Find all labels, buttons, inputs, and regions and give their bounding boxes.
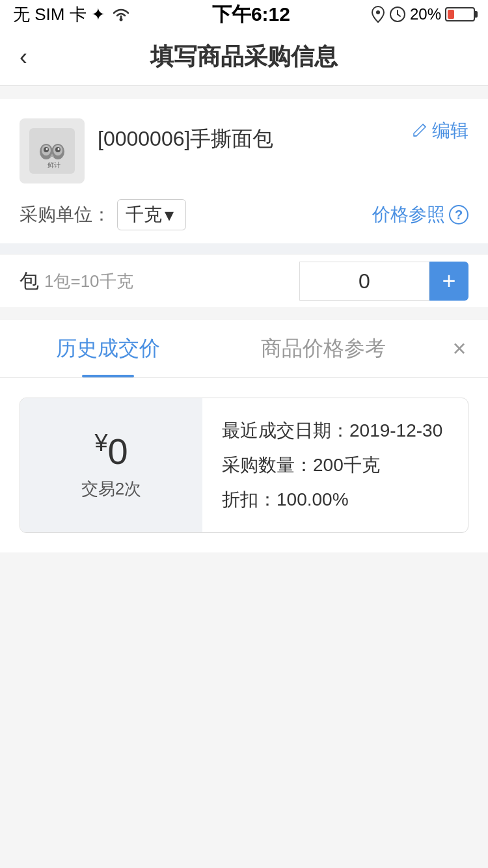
- latest-date-row: 最近成交日期：2019-12-30: [222, 418, 448, 443]
- tabs-header: 历史成交价 商品价格参考 ×: [0, 320, 488, 378]
- price-ref-label: 价格参照: [372, 202, 445, 227]
- tab-price-ref[interactable]: 商品价格参考: [215, 320, 431, 377]
- qty-unit-hint: 1包=10千克: [44, 270, 299, 293]
- edit-icon: [411, 122, 429, 140]
- divider-1: [0, 243, 488, 254]
- history-card: ¥0 交易2次 最近成交日期：2019-12-30 采购数量：200千克 折扣：…: [20, 398, 468, 533]
- svg-point-0: [119, 18, 122, 21]
- latest-date-value: 2019-12-30: [349, 420, 442, 441]
- qty-plus-button[interactable]: +: [429, 262, 468, 301]
- qty-label: 采购数量：: [222, 455, 313, 475]
- price-value: 0: [107, 431, 128, 472]
- battery-percent: 20%: [410, 5, 441, 23]
- tabs-section: 历史成交价 商品价格参考 × ¥0 交易2次 最近成交日期：2019-12-30…: [0, 320, 488, 552]
- info-icon: ?: [449, 205, 468, 224]
- nav-bar: ‹ 填写商品采购信息: [0, 29, 488, 86]
- wifi-icon: [111, 7, 131, 21]
- history-price-section: ¥0 交易2次: [20, 398, 202, 532]
- tab-history-label: 历史成交价: [56, 334, 160, 363]
- edit-button[interactable]: 编辑: [411, 118, 468, 143]
- dropdown-arrow: ▾: [165, 204, 174, 226]
- product-unit-row: 采购单位： 千克 ▾ 价格参照 ?: [20, 199, 468, 230]
- svg-point-12: [46, 148, 48, 150]
- battery-icon: [445, 7, 475, 21]
- product-header: 鲜计 [0000006]手撕面包 编辑: [20, 118, 468, 183]
- status-time: 下午6:12: [212, 1, 290, 28]
- svg-line-4: [398, 14, 400, 16]
- qty-unit-label: 包: [20, 268, 39, 295]
- history-price: ¥0: [94, 429, 128, 472]
- discount-row: 折扣：100.00%: [222, 487, 448, 512]
- discount-label: 折扣：: [222, 489, 277, 509]
- product-logo: 鲜计: [29, 128, 75, 174]
- qty-row: 采购数量：200千克: [222, 452, 448, 478]
- tab-close-button[interactable]: ×: [431, 320, 488, 377]
- svg-text:鲜计: 鲜计: [47, 161, 61, 169]
- qty-input[interactable]: [299, 262, 429, 301]
- history-trades: 交易2次: [81, 478, 141, 500]
- status-left: 无 SIM 卡 ✦: [13, 3, 131, 26]
- qty-input-area: +: [299, 262, 468, 301]
- product-thumbnail: 鲜计: [20, 118, 85, 183]
- unit-select[interactable]: 千克 ▾: [117, 199, 186, 230]
- price-symbol: ¥: [94, 429, 107, 456]
- edit-label: 编辑: [432, 118, 468, 143]
- location-icon: [371, 6, 385, 23]
- quantity-section: 包 1包=10千克 +: [0, 255, 488, 307]
- back-button[interactable]: ‹: [20, 44, 27, 71]
- status-right: 20%: [371, 5, 475, 23]
- unit-label: 采购单位： 千克 ▾: [20, 199, 186, 230]
- discount-value: 100.00%: [277, 489, 349, 509]
- unit-value: 千克: [126, 202, 162, 227]
- page-title: 填写商品采购信息: [150, 41, 338, 73]
- price-ref-button[interactable]: 价格参照 ?: [372, 202, 468, 227]
- clock-icon: [389, 6, 406, 23]
- latest-date-label: 最近成交日期：: [222, 420, 349, 441]
- sim-label: 无 SIM 卡 ✦: [13, 3, 105, 26]
- status-bar: 无 SIM 卡 ✦ 下午6:12 20%: [0, 0, 488, 29]
- svg-point-1: [376, 10, 380, 14]
- product-name: [0000006]手撕面包: [98, 118, 273, 154]
- history-details: 最近成交日期：2019-12-30 采购数量：200千克 折扣：100.00%: [202, 398, 468, 532]
- history-content: ¥0 交易2次 最近成交日期：2019-12-30 采购数量：200千克 折扣：…: [0, 378, 488, 552]
- tab-ref-label: 商品价格参考: [261, 334, 386, 363]
- qty-value: 200千克: [313, 455, 380, 475]
- product-left: 鲜计 [0000006]手撕面包: [20, 118, 273, 183]
- product-card: 鲜计 [0000006]手撕面包 编辑 采购单位： 千克 ▾ 价格参照 ?: [0, 99, 488, 243]
- svg-point-13: [58, 148, 60, 150]
- tab-history-price[interactable]: 历史成交价: [0, 320, 215, 377]
- unit-prefix: 采购单位：: [20, 202, 111, 227]
